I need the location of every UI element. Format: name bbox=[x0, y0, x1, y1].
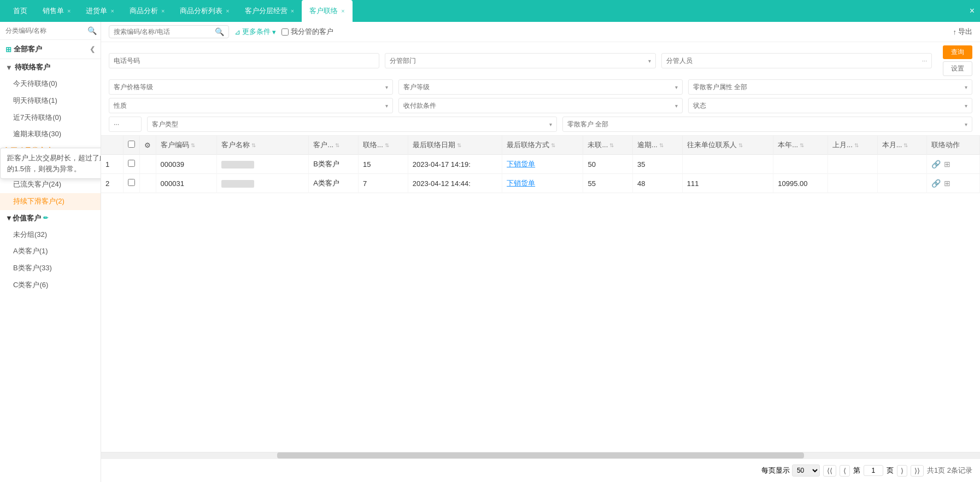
department-field[interactable]: 分管部门 ▾ bbox=[385, 53, 655, 68]
sidebar-item-declining[interactable]: 持续下滑客户(2) bbox=[0, 193, 101, 210]
row2-contact: 7 bbox=[358, 174, 408, 193]
sidebar-search-input[interactable] bbox=[5, 27, 87, 34]
sort-code-icon[interactable]: ⇅ bbox=[191, 142, 195, 148]
more-field[interactable]: ··· bbox=[109, 117, 142, 132]
price-level-field[interactable]: 客户价格等级 ▾ bbox=[109, 79, 393, 95]
edit-icon[interactable]: ✏ bbox=[43, 214, 48, 222]
first-page-button[interactable]: ⟨⟨ bbox=[823, 465, 836, 477]
sidebar-item-c-class[interactable]: C类客户(6) bbox=[0, 277, 101, 294]
col-settings[interactable]: ⚙ bbox=[139, 136, 156, 155]
nav-product-analysis[interactable]: 商品分析 × bbox=[122, 0, 172, 22]
query-button[interactable]: 查询 bbox=[943, 45, 972, 59]
row2-grid-icon[interactable]: ⊞ bbox=[944, 179, 950, 188]
row2-last-method[interactable]: 下销货单 bbox=[502, 174, 583, 193]
col-index bbox=[101, 136, 123, 155]
my-customer-checkbox-area: 我分管的客户 bbox=[281, 27, 333, 37]
close-product-list-icon[interactable]: × bbox=[226, 8, 229, 14]
horizontal-scrollbar[interactable] bbox=[101, 452, 980, 458]
sort-year-icon[interactable]: ⇅ bbox=[800, 142, 804, 148]
sidebar-item-7days[interactable]: 近7天待联络(0) bbox=[0, 109, 101, 126]
phone-field[interactable]: 电话号码 bbox=[109, 53, 379, 68]
prev-page-button[interactable]: ⟨ bbox=[840, 465, 850, 477]
close-customer-contact-icon[interactable]: × bbox=[341, 8, 344, 14]
nav-purchase[interactable]: 进货单 × bbox=[78, 0, 121, 22]
main-search-input[interactable] bbox=[114, 28, 215, 36]
set-button[interactable]: 设置 bbox=[943, 61, 972, 76]
nav-product-analysis-list[interactable]: 商品分析列表 × bbox=[172, 0, 237, 22]
scatter-customer-field[interactable]: 零散客户 全部 ▾ bbox=[562, 117, 972, 132]
sidebar-collapse-icon[interactable]: ❮ bbox=[90, 45, 95, 53]
sort-overdue-icon[interactable]: ⇅ bbox=[659, 142, 664, 148]
sidebar-item-b-class[interactable]: B类客户(33) bbox=[0, 260, 101, 277]
nav-customer-tier[interactable]: 客户分层经营 × bbox=[237, 0, 302, 22]
all-customers-header[interactable]: ⊞ 全部客户 ❮ bbox=[0, 40, 101, 59]
section-arrow2-icon: ▼ bbox=[5, 214, 13, 222]
pending-contact-title[interactable]: ▼ 待联络客户 bbox=[0, 59, 101, 76]
manager-field[interactable]: 分管人员 ··· bbox=[661, 53, 932, 68]
sort-company-icon[interactable]: ⇅ bbox=[738, 142, 743, 148]
row1-this-year bbox=[773, 155, 828, 174]
sort-contact-icon[interactable]: ⇅ bbox=[385, 142, 389, 148]
export-button[interactable]: ↑ 导出 bbox=[953, 27, 973, 37]
sort-lmonth-icon[interactable]: ⇅ bbox=[854, 142, 859, 148]
more-conditions-button[interactable]: ⊿ 更多条件 ▾ bbox=[234, 27, 276, 37]
sidebar-item-today[interactable]: 今天待联络(0) bbox=[0, 76, 101, 92]
scroll-thumb[interactable] bbox=[277, 452, 805, 458]
sort-type-icon[interactable]: ⇅ bbox=[335, 142, 339, 148]
table-row: 1 000039 B类客户 15 2023-04-17 14:19: 下销货单 bbox=[101, 155, 980, 174]
row2-link-icon[interactable]: 🔗 bbox=[931, 179, 941, 188]
col-this-month: 本月...⇅ bbox=[877, 136, 927, 155]
table-row: 2 000031 A类客户 7 2023-04-12 14:44: 下销货单 bbox=[101, 174, 980, 193]
last-page-button[interactable]: ⟩⟩ bbox=[911, 465, 924, 477]
close-product-analysis-icon[interactable]: × bbox=[161, 8, 165, 14]
close-purchase-icon[interactable]: × bbox=[110, 8, 114, 14]
column-settings-icon[interactable]: ⚙ bbox=[144, 141, 151, 149]
sidebar-item-overdue[interactable]: 逾期未联络(30) bbox=[0, 126, 101, 143]
status-chevron-icon: ▾ bbox=[965, 103, 967, 109]
window-close-button[interactable]: × bbox=[970, 6, 975, 16]
next-page-button[interactable]: ⟩ bbox=[897, 465, 907, 477]
payment-field[interactable]: 收付款条件 ▾ bbox=[398, 98, 683, 113]
right-content: 🔍 ⊿ 更多条件 ▾ 我分管的客户 ↑ 导出 电话号码 bbox=[101, 22, 980, 482]
row1-type: B类客户 bbox=[309, 155, 359, 174]
status-field[interactable]: 状态 ▾ bbox=[688, 98, 972, 113]
nav-sales[interactable]: 销售单 × bbox=[35, 0, 78, 22]
row2-name bbox=[217, 174, 309, 193]
row1-link-icon[interactable]: 🔗 bbox=[931, 160, 941, 169]
sidebar-item-ungroup[interactable]: 未分组(32) bbox=[0, 227, 101, 243]
main-search-icon[interactable]: 🔍 bbox=[215, 27, 224, 36]
close-customer-tier-icon[interactable]: × bbox=[291, 8, 294, 14]
my-customer-checkbox[interactable] bbox=[281, 28, 289, 36]
row2-checkbox[interactable] bbox=[128, 179, 135, 186]
sort-method-icon[interactable]: ⇅ bbox=[551, 142, 555, 148]
sidebar-item-tomorrow[interactable]: 明天待联络(1) bbox=[0, 92, 101, 109]
row2-check[interactable] bbox=[123, 174, 139, 193]
select-all-checkbox[interactable] bbox=[128, 141, 135, 148]
sidebar-search-icon[interactable]: 🔍 bbox=[87, 26, 97, 35]
row2-code: 000031 bbox=[156, 174, 217, 193]
row1-contact: 15 bbox=[358, 155, 408, 174]
sort-date-icon[interactable]: ⇅ bbox=[457, 142, 461, 148]
col-code: 客户编码⇅ bbox=[156, 136, 217, 155]
row1-grid-icon[interactable]: ⊞ bbox=[944, 160, 950, 169]
sidebar-item-a-class[interactable]: A类客户(1) bbox=[0, 243, 101, 260]
nature-field[interactable]: 性质 ▾ bbox=[109, 98, 393, 113]
row1-last-method[interactable]: 下销货单 bbox=[502, 155, 583, 174]
close-sales-icon[interactable]: × bbox=[67, 8, 71, 14]
customer-level-field[interactable]: 客户等级 ▾ bbox=[398, 79, 683, 95]
scatter-attr-field[interactable]: 零散客户属性 全部 ▾ bbox=[688, 79, 972, 95]
sort-name-icon[interactable]: ⇅ bbox=[251, 142, 256, 148]
row1-check[interactable] bbox=[123, 155, 139, 174]
customer-type-field[interactable]: 客户类型 ▾ bbox=[147, 117, 557, 132]
row1-checkbox[interactable] bbox=[128, 160, 135, 167]
col-check[interactable] bbox=[123, 136, 139, 155]
page-number-input[interactable] bbox=[864, 465, 883, 476]
sort-tmonth-icon[interactable]: ⇅ bbox=[903, 142, 908, 148]
row1-uncontacted: 50 bbox=[583, 155, 633, 174]
nav-customer-contact[interactable]: 客户联络 × bbox=[302, 0, 352, 22]
scatter-attr-chevron-icon: ▾ bbox=[965, 84, 967, 90]
per-page-dropdown[interactable]: 50 20 100 bbox=[792, 464, 820, 477]
value-customer-title[interactable]: ▼ 价值客户 ✏ bbox=[0, 210, 101, 227]
nav-home[interactable]: 首页 bbox=[5, 0, 35, 22]
sort-uncontact-icon[interactable]: ⇅ bbox=[609, 142, 614, 148]
